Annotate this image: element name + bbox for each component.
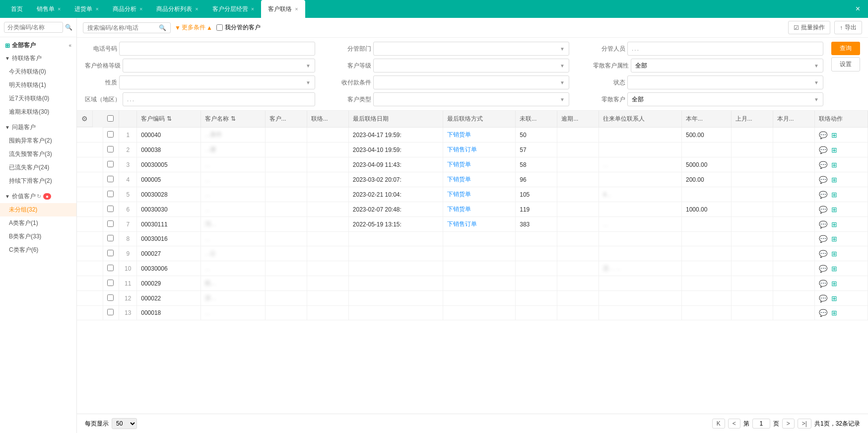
close-customer-contact-tab[interactable]: × — [295, 6, 298, 12]
grid-icon[interactable]: ⊞ — [831, 191, 837, 199]
row-action[interactable]: 💬 ⊞ — [814, 291, 868, 306]
sidebar-class-a[interactable]: A类客户(1) — [0, 216, 76, 230]
sidebar-today-pending[interactable]: 今天待联络(0) — [0, 65, 76, 78]
nav-sales[interactable]: 销售单 × — [30, 0, 67, 18]
chat-icon[interactable]: 💬 — [819, 161, 827, 169]
row-checkbox[interactable] — [103, 128, 119, 143]
close-product-tab[interactable]: × — [139, 6, 142, 12]
sidebar-class-c[interactable]: C类客户(6) — [0, 243, 76, 257]
first-page-btn[interactable]: K — [712, 419, 725, 429]
grid-icon[interactable]: ⊞ — [831, 235, 837, 243]
batch-ops-button[interactable]: ☑ 批量操作 — [788, 21, 830, 34]
row-action[interactable]: 💬 ⊞ — [814, 232, 868, 246]
close-purchase-tab[interactable]: × — [95, 6, 98, 12]
next-page-btn[interactable]: > — [782, 419, 795, 429]
nature-select[interactable]: ▼ — [119, 75, 315, 89]
customer-tier-select[interactable]: ▼ — [373, 59, 569, 72]
category-search-input[interactable] — [4, 22, 63, 33]
chat-icon[interactable]: 💬 — [819, 309, 827, 317]
my-customers-check[interactable] — [216, 24, 223, 31]
sidebar-churned[interactable]: 已流失客户(24) — [0, 161, 76, 174]
chat-icon[interactable]: 💬 — [819, 280, 827, 288]
row-action[interactable]: 💬 ⊞ — [814, 202, 868, 217]
grid-icon[interactable]: ⊞ — [831, 131, 837, 139]
dept-select[interactable]: ▼ — [373, 42, 569, 56]
row-last-way[interactable] — [443, 261, 516, 276]
row-action[interactable]: 💬 ⊞ — [814, 276, 868, 291]
sidebar-7day-pending[interactable]: 近7天待联络(0) — [0, 92, 76, 105]
th-customer-code[interactable]: 客户编码 ⇅ — [137, 111, 201, 128]
phone-input[interactable] — [119, 42, 315, 56]
per-page-select[interactable]: 50 100 200 — [112, 418, 137, 429]
row-select[interactable] — [107, 235, 114, 241]
problem-customers-title[interactable]: ▼ 问题客户 — [0, 121, 76, 134]
row-action[interactable]: 💬 ⊞ — [814, 187, 868, 202]
row-select[interactable] — [107, 206, 114, 212]
page-number-input[interactable] — [752, 419, 770, 429]
row-checkbox[interactable] — [103, 172, 119, 187]
price-tier-select[interactable]: ▼ — [123, 59, 315, 72]
chat-icon[interactable]: 💬 — [819, 131, 827, 139]
region-input[interactable]: ... — [123, 92, 315, 106]
chat-icon[interactable]: 💬 — [819, 235, 827, 243]
grid-icon[interactable]: ⊞ — [831, 294, 837, 302]
row-checkbox[interactable] — [103, 143, 119, 157]
select-all-checkbox[interactable] — [107, 115, 114, 122]
row-select[interactable] — [107, 294, 114, 301]
row-checkbox[interactable] — [103, 157, 119, 172]
chat-icon[interactable]: 💬 — [819, 176, 827, 184]
row-action[interactable]: 💬 ⊞ — [814, 246, 868, 261]
grid-icon[interactable]: ⊞ — [831, 206, 837, 214]
row-action[interactable]: 💬 ⊞ — [814, 261, 868, 276]
sidebar-hoarding-abnormal[interactable]: 囤购异常客户(2) — [0, 134, 76, 147]
nav-customer-tier[interactable]: 客户分层经营 × — [205, 0, 261, 18]
main-search-input[interactable] — [87, 24, 157, 31]
grid-icon[interactable]: ⊞ — [831, 250, 837, 258]
last-page-btn[interactable]: >| — [798, 419, 811, 429]
pending-contact-title[interactable]: ▼ 待联络客户 — [0, 52, 76, 65]
nav-product-analysis[interactable]: 商品分析 × — [106, 0, 149, 18]
row-last-way[interactable]: 下销货单 — [443, 187, 516, 202]
row-select[interactable] — [107, 309, 114, 315]
scatter-customer-select[interactable]: 全部 ▼ — [627, 92, 823, 106]
sidebar-churn-warning[interactable]: 流失预警客户(3) — [0, 147, 76, 161]
row-select[interactable] — [107, 220, 114, 227]
row-select[interactable] — [107, 250, 114, 256]
row-last-way[interactable]: 下销货单 — [443, 172, 516, 187]
row-action[interactable]: 💬 ⊞ — [814, 157, 868, 172]
th-customer-name[interactable]: 客户名称 ⇅ — [201, 111, 265, 128]
reset-button[interactable]: 设置 — [831, 57, 860, 72]
row-checkbox[interactable] — [103, 217, 119, 232]
grid-icon[interactable]: ⊞ — [831, 220, 837, 228]
grid-icon[interactable]: ⊞ — [831, 176, 837, 184]
my-customers-checkbox[interactable]: 我分管的客户 — [216, 23, 261, 32]
status-select[interactable]: ▼ — [627, 75, 823, 89]
row-last-way[interactable]: 下销货单 — [443, 157, 516, 172]
scatter-attr-select[interactable]: 全部 ▼ — [631, 59, 823, 72]
row-select[interactable] — [107, 280, 114, 286]
row-checkbox[interactable] — [103, 202, 119, 217]
sidebar-overdue-pending[interactable]: 逾期未联络(30) — [0, 105, 76, 119]
row-last-way[interactable] — [443, 232, 516, 246]
sidebar-ungrouped[interactable]: 未分组(32) — [0, 203, 76, 216]
category-search-icon[interactable]: 🔍 — [65, 24, 72, 31]
row-last-way[interactable] — [443, 276, 516, 291]
grid-icon[interactable]: ⊞ — [831, 161, 837, 169]
row-last-way[interactable] — [443, 291, 516, 306]
row-select[interactable] — [107, 191, 114, 197]
grid-icon[interactable]: ⊞ — [831, 265, 837, 273]
prev-page-btn[interactable]: < — [728, 419, 740, 429]
row-checkbox[interactable] — [103, 276, 119, 291]
row-select[interactable] — [107, 131, 114, 138]
row-last-way[interactable]: 下销售订单 — [443, 217, 516, 232]
row-action[interactable]: 💬 ⊞ — [814, 217, 868, 232]
all-customers-section[interactable]: ⊞ 全部客户 « — [0, 37, 76, 52]
export-button[interactable]: ↑ 导出 — [834, 21, 862, 34]
nav-product-list[interactable]: 商品分析列表 × — [149, 0, 205, 18]
nav-customer-contact[interactable]: 客户联络 × — [261, 0, 305, 18]
manager-input[interactable]: ... — [627, 42, 823, 56]
payment-select[interactable]: ▼ — [373, 75, 569, 89]
query-button[interactable]: 查询 — [831, 42, 860, 55]
chat-icon[interactable]: 💬 — [819, 191, 827, 199]
row-last-way[interactable]: 下销售订单 — [443, 143, 516, 157]
